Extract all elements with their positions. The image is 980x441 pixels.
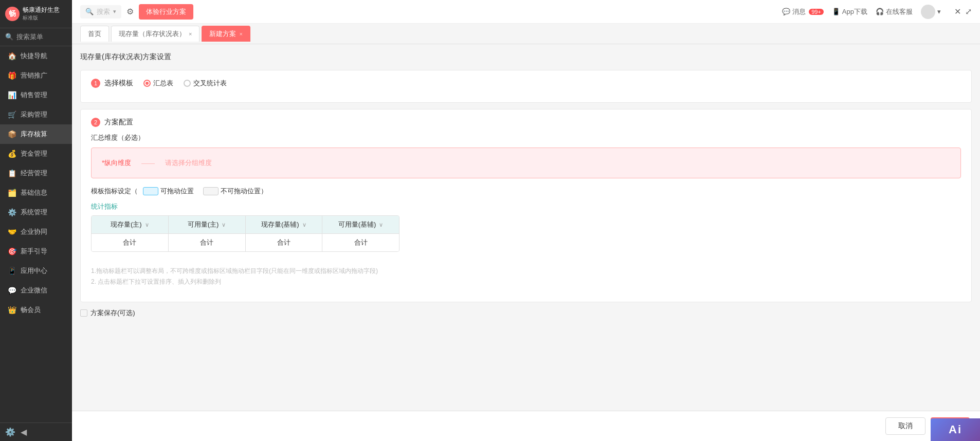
- chat-icon: 💬: [7, 286, 16, 295]
- main-content: 🔍 搜索 ▾ ⚙ 体验行业方案 💬 消息 99+ 📱 App下载 🎧 在线客服: [72, 0, 980, 441]
- message-icon: 💬: [782, 8, 790, 15]
- sidebar-item-system[interactable]: ⚙️ 系统管理: [0, 203, 72, 222]
- sidebar-item-app-center[interactable]: 📱 应用中心: [0, 261, 72, 281]
- dimension-separator: ——: [141, 159, 155, 167]
- indicator-label: 模板指标设定（: [91, 187, 138, 196]
- topbar-search-icon: 🔍: [85, 8, 94, 15]
- experience-button[interactable]: 体验行业方案: [139, 4, 193, 20]
- sidebar-item-inventory[interactable]: 📦 库存核算: [0, 124, 72, 144]
- target-icon: 🎯: [7, 247, 16, 255]
- expand-icon[interactable]: ⤢: [965, 7, 972, 16]
- sidebar-item-finance[interactable]: 💰 资金管理: [0, 144, 72, 163]
- sidebar-footer: ⚙️ ◀: [0, 422, 72, 441]
- step1-badge: 1: [91, 79, 100, 88]
- app-download-button[interactable]: 📱 App下载: [832, 7, 867, 16]
- stats-data-2: 合计: [169, 234, 246, 251]
- topbar-search-placeholder: 搜索: [97, 7, 110, 16]
- save-label: 方案保存(可选): [90, 308, 135, 318]
- tip-2: 2. 点击标题栏下拉可设置排序、插入列和删除列: [91, 278, 961, 286]
- sidebar-item-newbie[interactable]: 🎯 新手引导: [0, 242, 72, 261]
- stats-table: 现存量(主) ∨ 可用量(主) ∨ 现存量(基辅) ∨ 可用量(基辅) ∨: [91, 215, 400, 252]
- stats-data-1: 合计: [92, 234, 169, 251]
- logo-icon: 畅: [5, 7, 20, 21]
- content-area: 现存量(库存状况表)方案设置 1 选择模板 汇总表 交叉统计表: [72, 44, 980, 411]
- clipboard-icon: 📋: [7, 169, 16, 177]
- topbar-search[interactable]: 🔍 搜索 ▾: [80, 5, 121, 19]
- sidebar-item-marketing[interactable]: 🎁 营销推广: [0, 66, 72, 85]
- gift-icon: 🎁: [7, 71, 16, 80]
- radio-summary-table[interactable]: 汇总表: [143, 79, 173, 88]
- sidebar-item-wechat[interactable]: 💬 企业微信: [0, 281, 72, 300]
- sidebar-item-basic-info[interactable]: 🗂️ 基础信息: [0, 183, 72, 203]
- step1-header: 1 选择模板 汇总表 交叉统计表: [91, 79, 961, 88]
- stats-data-row: 合计 合计 合计 合计: [92, 233, 399, 251]
- app-logo: 畅 畅康通好生意 标准版: [0, 0, 72, 28]
- topbar-gear-icon[interactable]: ⚙: [126, 7, 134, 16]
- page-title: 现存量(库存状况表)方案设置: [80, 52, 972, 62]
- radio-summary-circle: [143, 80, 151, 87]
- tabbar: 首页 现存量（库存状况表） × 新建方案 ×: [72, 24, 980, 44]
- tab-inventory-close-icon[interactable]: ×: [189, 31, 192, 37]
- online-service-button[interactable]: 🎧 在线客服: [876, 7, 913, 16]
- stats-col-3[interactable]: 现存量(基辅) ∨: [246, 216, 323, 233]
- search-menu-button[interactable]: 🔍 搜索菜单: [5, 32, 67, 42]
- cart-icon: 🛒: [7, 111, 16, 119]
- avatar: [921, 5, 935, 19]
- close-icon[interactable]: ✕: [954, 7, 961, 16]
- sidebar-item-quick-nav[interactable]: 🏠 快捷导航: [0, 46, 72, 66]
- box-icon: 📦: [7, 130, 16, 138]
- sidebar-item-purchase[interactable]: 🛒 采购管理: [0, 105, 72, 124]
- non-draggable-box: [203, 187, 219, 195]
- mobile-icon: 📱: [7, 267, 16, 275]
- tab-new-plan-close-icon[interactable]: ×: [239, 31, 242, 37]
- cancel-button[interactable]: 取消: [885, 417, 925, 435]
- stats-col-4[interactable]: 可用量(基辅) ∨: [322, 216, 399, 233]
- headset-icon: 🎧: [876, 8, 884, 15]
- sidebar-item-operations[interactable]: 📋 经营管理: [0, 163, 72, 183]
- collapse-icon[interactable]: ◀: [21, 427, 27, 437]
- col2-chevron-icon: ∨: [222, 222, 226, 228]
- money-icon: 💰: [7, 150, 16, 158]
- sidebar-menu: 🏠 快捷导航 🎁 营销推广 📊 销售管理 🛒 采购管理 📦 库存核算 💰 资金管…: [0, 46, 72, 422]
- tab-home[interactable]: 首页: [80, 26, 109, 42]
- save-row: 方案保存(可选): [80, 302, 972, 324]
- search-icon: 🔍: [5, 33, 13, 41]
- summary-dimension-label: 汇总维度（必选）: [91, 133, 961, 142]
- message-badge: 99+: [809, 9, 824, 15]
- crown-icon: 👑: [7, 306, 16, 314]
- save-checkbox[interactable]: [80, 309, 87, 317]
- stats-col-1[interactable]: 现存量(主) ∨: [92, 216, 169, 233]
- chevron-down-icon: ▾: [937, 8, 941, 15]
- message-button[interactable]: 💬 消息 99+: [782, 7, 824, 16]
- draggable-box: [143, 187, 158, 195]
- stats-col-2[interactable]: 可用量(主) ∨: [169, 216, 246, 233]
- indicator-row: 模板指标设定（ 可拖动位置 不可拖动位置）: [91, 187, 961, 196]
- gear-icon: ⚙️: [7, 208, 16, 216]
- sidebar-item-cooperation[interactable]: 🤝 企业协同: [0, 222, 72, 242]
- step2-badge: 2: [91, 118, 100, 127]
- step1-section: 1 选择模板 汇总表 交叉统计表: [80, 70, 972, 103]
- home-icon: 🏠: [7, 52, 16, 60]
- stats-section-label: 统计指标: [91, 202, 961, 211]
- tab-inventory-status[interactable]: 现存量（库存状况表） ×: [111, 26, 199, 42]
- ai-badge[interactable]: Ai: [931, 418, 980, 441]
- settings-footer-icon[interactable]: ⚙️: [5, 427, 15, 437]
- topbar: 🔍 搜索 ▾ ⚙ 体验行业方案 💬 消息 99+ 📱 App下载 🎧 在线客服: [72, 0, 980, 24]
- sidebar-item-member[interactable]: 👑 畅会员: [0, 300, 72, 320]
- sidebar-item-sales[interactable]: 📊 销售管理: [0, 85, 72, 105]
- step2-header: 2 方案配置: [91, 118, 961, 127]
- dimension-required-label: *纵向维度: [102, 158, 131, 168]
- handshake-icon: 🤝: [7, 228, 16, 236]
- sidebar: 畅 畅康通好生意 标准版 🔍 搜索菜单 🏠 快捷导航 🎁 营销推广 📊 销售管理…: [0, 0, 72, 441]
- col3-chevron-icon: ∨: [302, 222, 306, 228]
- dimension-row: *纵向维度 —— 请选择分组维度: [102, 158, 950, 168]
- chart-icon: 📊: [7, 91, 16, 99]
- tab-new-plan[interactable]: 新建方案 ×: [202, 26, 250, 42]
- search-chevron-icon: ▾: [113, 8, 116, 15]
- user-avatar[interactable]: ▾: [921, 5, 941, 19]
- draggable-indicator: 可拖动位置: [143, 187, 194, 196]
- download-icon: 📱: [832, 8, 840, 15]
- stats-header-row: 现存量(主) ∨ 可用量(主) ∨ 现存量(基辅) ∨ 可用量(基辅) ∨: [92, 216, 399, 233]
- radio-cross-table[interactable]: 交叉统计表: [184, 79, 227, 88]
- sidebar-search-area[interactable]: 🔍 搜索菜单: [0, 28, 72, 46]
